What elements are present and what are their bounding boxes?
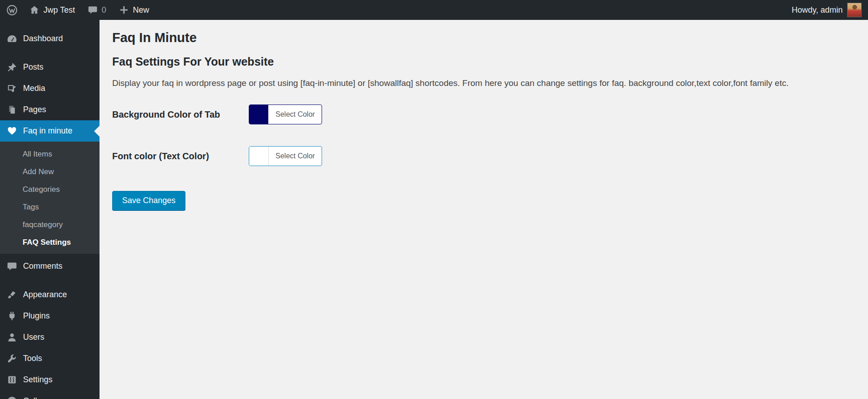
sidebar-item-users[interactable]: Users (0, 327, 100, 348)
font-color-picker-button[interactable]: Select Color (249, 146, 322, 166)
select-color-label: Select Color (268, 105, 322, 124)
sidebar-item-label: Faq in minute (23, 126, 72, 136)
admin-bar: Jwp Test 0 New Howdy, admin (0, 0, 868, 20)
background-color-label: Background Color of Tab (112, 109, 249, 120)
page-title: Faq In Minute (112, 29, 850, 46)
background-color-picker-button[interactable]: Select Color (249, 104, 322, 124)
sidebar-item-label: Pages (23, 105, 46, 114)
sidebar-item-label: Comments (23, 261, 62, 271)
sidebar-item-plugins[interactable]: Plugins (0, 305, 100, 327)
sidebar-item-label: Tools (23, 354, 42, 363)
sidebar-item-label: Settings (23, 375, 52, 385)
comment-bubble-icon (88, 5, 98, 15)
sidebar-item-settings[interactable]: Settings (0, 369, 100, 390)
sidebar-item-dashboard[interactable]: Dashboard (0, 28, 100, 49)
menu-separator (0, 277, 100, 284)
main-content: Faq In Minute Faq Settings For Your webs… (100, 20, 868, 399)
collapse-arrow-icon (6, 396, 17, 399)
heart-icon (6, 126, 17, 136)
sidebar-item-label: Plugins (23, 311, 50, 321)
font-color-field-row: Font color (Text Color) Select Color (112, 146, 850, 166)
faq-submenu: All Items Add New Categories Tags faqcat… (0, 142, 100, 254)
admin-sidebar: Dashboard Posts Media Pages Faq in minut… (0, 20, 100, 399)
submenu-item-all-items[interactable]: All Items (0, 145, 100, 163)
sidebar-item-label: Appearance (23, 290, 67, 299)
sidebar-item-faq-in-minute[interactable]: Faq in minute (0, 120, 100, 142)
plugin-icon (6, 311, 17, 321)
sidebar-item-comments[interactable]: Comments (0, 256, 100, 277)
sidebar-item-tools[interactable]: Tools (0, 348, 100, 369)
site-name-link[interactable]: Jwp Test (23, 0, 81, 20)
select-color-label: Select Color (268, 147, 322, 166)
wordpress-logo-icon (6, 5, 18, 16)
howdy-label: Howdy, admin (792, 5, 843, 15)
menu-separator (0, 20, 100, 28)
sidebar-item-appearance[interactable]: Appearance (0, 284, 100, 305)
comments-bubble[interactable]: 0 (81, 0, 113, 20)
background-color-swatch (249, 105, 268, 124)
sidebar-item-media[interactable]: Media (0, 78, 100, 99)
account-menu[interactable]: Howdy, admin (785, 0, 868, 20)
sidebar-item-label: Collapse menu (23, 396, 77, 399)
paintbrush-icon (6, 290, 17, 300)
dashboard-gauge-icon (6, 33, 17, 44)
new-content-menu[interactable]: New (113, 0, 156, 20)
submenu-item-faq-settings[interactable]: FAQ Settings (0, 233, 100, 251)
submenu-item-faqcategory[interactable]: faqcategory (0, 216, 100, 233)
pushpin-icon (6, 62, 17, 72)
wordpress-logo-menu[interactable] (0, 0, 23, 20)
sidebar-item-label: Posts (23, 62, 43, 72)
submenu-item-add-new[interactable]: Add New (0, 163, 100, 180)
page-description: Display your faq in wordpress page or po… (112, 78, 850, 88)
background-color-field-row: Background Color of Tab Select Color (112, 104, 850, 124)
new-label: New (133, 5, 149, 15)
user-icon (6, 332, 17, 342)
sidebar-item-label: Users (23, 332, 44, 342)
wrench-icon (6, 353, 17, 364)
current-item-arrow (94, 126, 100, 137)
sidebar-item-posts[interactable]: Posts (0, 57, 100, 78)
sidebar-item-collapse-menu[interactable]: Collapse menu (0, 390, 100, 399)
sidebar-item-label: Dashboard (23, 34, 63, 43)
sidebar-item-pages[interactable]: Pages (0, 99, 100, 120)
home-icon (29, 5, 39, 15)
font-color-swatch (249, 147, 268, 166)
pages-icon (6, 104, 17, 115)
sidebar-item-label: Media (23, 84, 45, 93)
comment-icon (6, 261, 17, 271)
save-changes-button[interactable]: Save Changes (112, 191, 185, 210)
submenu-item-categories[interactable]: Categories (0, 180, 100, 198)
page-subtitle: Faq Settings For Your website (112, 55, 850, 68)
media-icon (6, 83, 17, 94)
plus-icon (119, 5, 129, 15)
avatar (847, 3, 862, 17)
settings-sliders-icon (6, 375, 17, 385)
font-color-label: Font color (Text Color) (112, 151, 249, 162)
comments-count: 0 (102, 5, 106, 15)
menu-separator (0, 49, 100, 57)
site-name-label: Jwp Test (43, 5, 75, 15)
submenu-item-tags[interactable]: Tags (0, 198, 100, 216)
